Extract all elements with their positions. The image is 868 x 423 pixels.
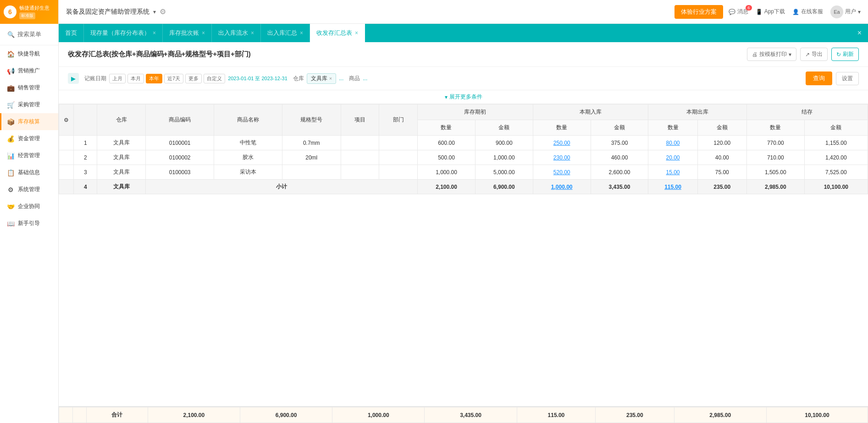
total-seq-col	[73, 407, 87, 423]
tab-close-icon[interactable]: ×	[153, 30, 156, 36]
row-settings	[59, 136, 74, 150]
tab-close-icon[interactable]: ×	[202, 30, 205, 36]
sales-icon: 💼	[7, 84, 14, 92]
sidebar-item-finance[interactable]: 💰 资金管理	[0, 130, 58, 147]
operations-icon: 📊	[7, 152, 14, 159]
page-title: 收发存汇总表(按仓库+商品编码+商品+规格型号+项目+部门)	[68, 50, 251, 59]
row-bal-amt: 1,420.00	[804, 150, 868, 165]
tab-close-icon[interactable]: ×	[300, 30, 303, 36]
goods-more-dots[interactable]: ...	[363, 75, 367, 82]
tab-bar-close-all[interactable]: ×	[851, 24, 868, 42]
sidebar-item-beginner[interactable]: 📖 新手引导	[0, 215, 58, 232]
table-footer: 合计 2,100.00 6,900.00 1,000.00 3,435.00 1…	[59, 406, 868, 423]
tab-batch-label: 库存批次账	[169, 29, 199, 37]
date-filter-label: 记账日期	[84, 75, 106, 82]
subtotal-in-qty[interactable]: 1,000.00	[533, 180, 591, 194]
date-btn-this-month[interactable]: 本月	[127, 74, 144, 83]
col-open-amt: 金额	[475, 120, 533, 136]
row-in-qty[interactable]: 230.00	[533, 150, 591, 165]
sidebar-item-basic-info[interactable]: 📋 基础信息	[0, 164, 58, 181]
set-button[interactable]: 设置	[836, 72, 859, 85]
row-spec	[282, 165, 341, 180]
tab-close-icon[interactable]: ×	[251, 30, 254, 36]
search-menu-item[interactable]: 🔍 搜索菜单	[4, 27, 55, 41]
date-btn-custom[interactable]: 自定义	[204, 74, 225, 83]
page-header: 收发存汇总表(按仓库+商品编码+商品+规格型号+项目+部门) 🖨 按模板打印 ▾…	[59, 42, 868, 67]
logo-icon: 6	[4, 5, 17, 18]
subtotal-seq: 4	[74, 180, 97, 194]
print-button[interactable]: 🖨 按模板打印 ▾	[747, 48, 796, 61]
sidebar-item-sales[interactable]: 💼 销售管理	[0, 79, 58, 96]
sidebar-item-quick-nav[interactable]: 🏠 快捷导航	[0, 45, 58, 62]
col-header-opening: 库存期初	[418, 104, 533, 120]
row-open-qty: 1,000.00	[418, 165, 475, 180]
app-logo: 6 畅捷通好生意 标准版	[0, 0, 58, 24]
subtotal-out-amt: 235.00	[697, 180, 746, 194]
subtotal-out-qty[interactable]: 115.00	[648, 180, 697, 194]
date-btn-this-year[interactable]: 本年	[146, 74, 162, 83]
sidebar-item-operations[interactable]: 📊 经营管理	[0, 147, 58, 164]
row-bal-amt: 7,525.00	[804, 165, 868, 180]
col-settings[interactable]: ⚙	[59, 104, 74, 136]
query-button[interactable]: 查询	[806, 71, 832, 85]
sidebar-item-purchase[interactable]: 🛒 采购管理	[0, 96, 58, 113]
table-row: 3 文具库 0100003 采访本 1,000.00 5,000.00 520.…	[59, 165, 868, 180]
system-dropdown[interactable]: ▾	[153, 9, 156, 15]
tab-batch[interactable]: 库存批次账 ×	[163, 24, 212, 42]
tab-in-out-summary-label: 出入库汇总	[267, 29, 297, 37]
expand-more-button[interactable]: ▾ 展开更多条件	[445, 93, 482, 101]
col-out-qty: 数量	[648, 120, 697, 136]
message-action[interactable]: 💬 消息 6	[729, 8, 748, 16]
purchase-icon: 🛒	[7, 101, 14, 109]
row-out-qty[interactable]: 20.00	[648, 150, 697, 165]
chevron-down-small-icon: ▾	[445, 94, 448, 100]
date-btn-last-month[interactable]: 上月	[109, 74, 126, 83]
total-out-qty: 115.00	[517, 407, 595, 423]
refresh-button[interactable]: ↻ 刷新	[831, 48, 859, 61]
expand-btn-label: 展开更多条件	[449, 93, 482, 101]
tab-stock-summary[interactable]: 收发存汇总表 ×	[310, 24, 365, 42]
tab-flow[interactable]: 出入库流水 ×	[212, 24, 261, 42]
sidebar-item-marketing[interactable]: 📢 营销推广	[0, 62, 58, 79]
export-button[interactable]: ↗ 导出	[800, 48, 828, 61]
row-warehouse: 文具库	[97, 165, 146, 180]
gear-icon[interactable]: ⚙	[160, 7, 166, 16]
search-menu-label: 搜索菜单	[17, 30, 41, 38]
sidebar-item-inventory[interactable]: 📦 库存核算	[0, 113, 58, 130]
warehouse-more-dots[interactable]: ...	[339, 75, 343, 82]
row-bal-qty: 1,505.00	[746, 165, 804, 180]
row-out-qty[interactable]: 15.00	[648, 165, 697, 180]
row-project	[341, 165, 379, 180]
app-download-action[interactable]: 📱 App下载	[756, 8, 785, 16]
tab-close-active-icon[interactable]: ×	[355, 30, 358, 36]
row-bal-qty: 710.00	[746, 150, 804, 165]
col-header-name: 商品名称	[214, 104, 282, 136]
row-project	[341, 150, 379, 165]
page-container: 收发存汇总表(按仓库+商品编码+商品+规格型号+项目+部门) 🖨 按模板打印 ▾…	[59, 42, 868, 423]
online-service-action[interactable]: 👤 在线客服	[792, 8, 823, 16]
total-open-qty: 2,100.00	[148, 407, 240, 423]
goods-filter-group: 商品 ...	[349, 75, 367, 82]
row-spec: 0.7mm	[282, 136, 341, 150]
print-label: 按模板打印	[759, 50, 787, 58]
sidebar-item-system[interactable]: ⚙ 系统管理	[0, 181, 58, 198]
tab-home[interactable]: 首页	[59, 24, 84, 42]
date-btn-7days[interactable]: 近7天	[164, 74, 183, 83]
row-out-qty[interactable]: 80.00	[648, 136, 697, 150]
row-seq: 2	[74, 150, 97, 165]
warehouse-tag-close[interactable]: ×	[329, 76, 332, 81]
row-dept	[379, 150, 418, 165]
filter-arrow-button[interactable]: ▶	[68, 73, 79, 84]
col-out-amt: 金额	[697, 120, 746, 136]
date-btn-more[interactable]: 更多	[185, 74, 202, 83]
row-in-qty[interactable]: 520.00	[533, 165, 591, 180]
tab-in-out-summary[interactable]: 出入库汇总 ×	[261, 24, 310, 42]
goods-filter-label: 商品	[349, 75, 360, 82]
table-settings-icon[interactable]: ⚙	[64, 117, 69, 123]
try-industry-button[interactable]: 体验行业方案	[674, 5, 723, 19]
user-action[interactable]: Ea 用户 ▾	[830, 5, 861, 18]
sidebar-item-enterprise[interactable]: 🤝 企业协同	[0, 198, 58, 215]
row-dept	[379, 136, 418, 150]
row-in-qty[interactable]: 250.00	[533, 136, 591, 150]
tab-inventory-dist[interactable]: 现存量（库存分布表） ×	[84, 24, 163, 42]
